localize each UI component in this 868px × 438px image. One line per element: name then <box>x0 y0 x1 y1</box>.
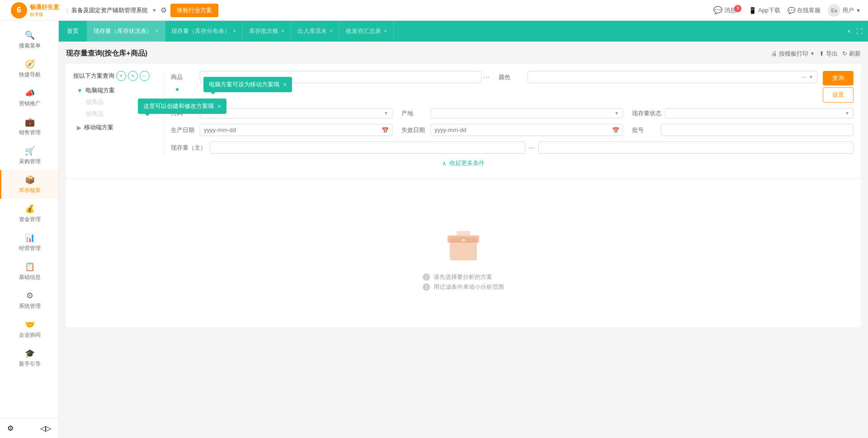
page-header: 现存量查询(按仓库+商品) 🖨 按模板打印 ▼ ⬆ 导出 ↻ <box>66 49 861 58</box>
tab-close-2[interactable]: × <box>233 28 236 34</box>
mobile-scheme-toggle[interactable]: ▶ 移动端方案 <box>77 122 158 133</box>
inventory-icon: 📦 <box>25 175 35 185</box>
edit-scheme-button[interactable]: ✎ <box>128 71 138 81</box>
filter-label-row: 按以下方案查询 + ✎ ← <box>73 71 158 81</box>
desktop-scheme-arrow: ▼ <box>77 87 83 94</box>
tab-summary[interactable]: 收发存汇总表 × <box>340 21 394 42</box>
sidebar-item-inventory[interactable]: 📦 库存核算 <box>0 170 58 199</box>
tooltip-1-close[interactable]: × <box>283 81 287 88</box>
add-scheme-button[interactable]: + <box>116 71 126 81</box>
logo-sub: 标准版 <box>30 11 59 18</box>
batch-input[interactable] <box>661 124 854 136</box>
collapse-sidebar-icon[interactable]: ◁▷ <box>40 424 51 433</box>
reset-button[interactable]: 设置 <box>823 87 854 103</box>
filter-area: 按以下方案查询 + ✎ ← ▼ 电脑端方案 <box>66 64 861 178</box>
tooltip-1-arrow <box>211 92 215 97</box>
filter-batch: 批号 <box>632 124 854 136</box>
tooltip-1-wrapper: 电脑方案可设为移动方案哦 × <box>203 77 292 92</box>
message-button[interactable]: 💬 消息 9 <box>713 6 741 14</box>
prod-date-calendar-icon[interactable]: 📅 <box>382 127 389 133</box>
svg-rect-3 <box>457 231 470 236</box>
product-dots-icon[interactable]: ⋯ <box>483 74 490 81</box>
export-icon: ⬆ <box>819 50 824 57</box>
stock-main-max-input[interactable] <box>538 141 854 154</box>
page-title: 现存量查询(按仓库+商品) <box>66 49 147 58</box>
stock-status-dropdown-icon[interactable]: ▼ <box>845 111 849 116</box>
industry-button[interactable]: 体验行业方案 <box>170 4 218 17</box>
tab-inventory-dist[interactable]: 现存量（库存分布表） × <box>165 21 243 42</box>
stock-status-label: 现存量状态 <box>632 109 661 118</box>
arrow-scheme-button[interactable]: ← <box>140 71 150 81</box>
page-actions: 🖨 按模板打印 ▼ ⬆ 导出 ↻ 刷新 <box>771 50 861 58</box>
tab-inout-flow[interactable]: 出入库流水 × <box>291 21 340 42</box>
color-dots-icon[interactable]: ⋯ <box>801 74 807 80</box>
sidebar-item-guide[interactable]: 🧭 快捷导航 <box>0 54 58 83</box>
prod-date-input[interactable] <box>200 124 392 136</box>
tab-home[interactable]: 首页 <box>59 21 87 42</box>
system-title: 装备及固定资产辅助管理系统 <box>71 6 148 14</box>
sidebar-item-search[interactable]: 🔍 搜索菜单 <box>0 25 58 54</box>
sidebar-item-enterprise[interactable]: 🤝 企业协同 <box>0 315 58 344</box>
stock-main-separator: — <box>529 144 535 151</box>
sidebar-item-newbie[interactable]: 🎓 新手引导 <box>0 344 58 372</box>
tab-close-4[interactable]: × <box>330 28 333 34</box>
system-dropdown-icon[interactable]: ▼ <box>151 7 157 14</box>
top-bar-right: 💬 消息 9 📱 App下载 💬 在线客服 Ea 用户 ▼ <box>713 4 861 17</box>
sidebar-item-purchase[interactable]: 🛒 采购管理 <box>0 141 58 170</box>
avatar: Ea <box>828 4 840 17</box>
tab-close-3[interactable]: × <box>281 28 284 34</box>
tab-close-5[interactable]: × <box>384 28 387 34</box>
settings-bottom-icon[interactable]: ⚙ <box>7 424 14 433</box>
collapse-button[interactable]: ∧ 收起更多条件 <box>73 155 854 171</box>
operation-icon: 📊 <box>25 233 35 243</box>
system-icon: ⚙ <box>26 291 33 301</box>
empty-illustration <box>436 215 491 269</box>
product-label: 商品 <box>171 73 196 81</box>
exp-date-calendar-icon[interactable]: 📅 <box>612 127 619 133</box>
print-dropdown-icon: ▼ <box>810 51 815 56</box>
mobile-scheme-group: ▶ 移动端方案 <box>77 122 158 133</box>
tooltip-1: 电脑方案可设为移动方案哦 × <box>203 77 292 92</box>
app-download-button[interactable]: 📱 App下载 <box>749 6 780 14</box>
filter-label: 按以下方案查询 <box>73 72 114 80</box>
search-button[interactable]: 查询 <box>823 71 854 85</box>
sales-icon: 💼 <box>25 117 35 127</box>
tab-close-1[interactable]: × <box>155 28 158 34</box>
finance-icon: 💰 <box>25 204 35 214</box>
user-menu[interactable]: Ea 用户 ▼ <box>828 4 861 17</box>
sidebar-nav: 🔍 搜索菜单 🧭 快捷导航 📣 营销推广 💼 销售管理 🛒 采购管 <box>0 25 58 418</box>
size-dropdown-icon[interactable]: ▼ <box>384 111 388 116</box>
sidebar-bottom: ⚙ ◁▷ <box>0 418 58 438</box>
tab-inventory-batch[interactable]: 库存批次账 × <box>243 21 291 42</box>
color-dropdown-icon[interactable]: ▼ <box>809 75 813 80</box>
settings-icon[interactable]: ⚙ <box>160 6 167 14</box>
online-support-button[interactable]: 💬 在线客服 <box>788 6 821 14</box>
sidebar-item-sales[interactable]: 💼 销售管理 <box>0 112 58 141</box>
exp-date-input[interactable] <box>430 124 623 136</box>
desktop-scheme-toggle[interactable]: ▼ 电脑端方案 <box>77 85 158 96</box>
tooltip-2-wrapper: 这里可以创建和修改方案哦 × <box>138 99 226 114</box>
sidebar-item-basic[interactable]: 📋 基础信息 <box>0 257 58 286</box>
basic-icon: 📋 <box>25 262 35 272</box>
tooltip-2-close[interactable]: × <box>217 103 221 110</box>
tab-inventory-status[interactable]: 现存量（库存状况表） × <box>87 21 165 42</box>
export-button[interactable]: ⬆ 导出 <box>819 50 838 58</box>
print-button[interactable]: 🖨 按模板打印 ▼ <box>771 50 815 58</box>
filter-row-4: 现存量（主） — <box>171 141 854 154</box>
stock-main-min-input[interactable] <box>210 141 525 154</box>
refresh-icon: ↻ <box>842 50 847 57</box>
enterprise-icon: 🤝 <box>25 320 35 330</box>
tab-bar-fullscreen-icon[interactable]: ⛶ <box>856 28 863 35</box>
sidebar: 🔍 搜索菜单 🧭 快捷导航 📣 营销推广 💼 销售管理 🛒 采购管 <box>0 21 59 438</box>
main-layout: 🔍 搜索菜单 🧭 快捷导航 📣 营销推广 💼 销售管理 🛒 采购管 <box>0 21 868 438</box>
refresh-button[interactable]: ↻ 刷新 <box>842 50 861 58</box>
origin-dropdown-icon[interactable]: ▼ <box>614 111 619 116</box>
sidebar-item-system[interactable]: ⚙ 系统管理 <box>0 286 58 315</box>
tab-bar-close-icon[interactable]: × <box>847 28 851 35</box>
marketing-icon: 📣 <box>25 88 35 98</box>
stock-main-label: 现存量（主） <box>171 144 206 152</box>
filter-stock-status: 现存量状态 ▼ <box>632 108 854 118</box>
sidebar-item-operation[interactable]: 📊 经营管理 <box>0 228 58 257</box>
sidebar-item-marketing[interactable]: 📣 营销推广 <box>0 83 58 112</box>
sidebar-item-finance[interactable]: 💰 资金管理 <box>0 199 58 228</box>
